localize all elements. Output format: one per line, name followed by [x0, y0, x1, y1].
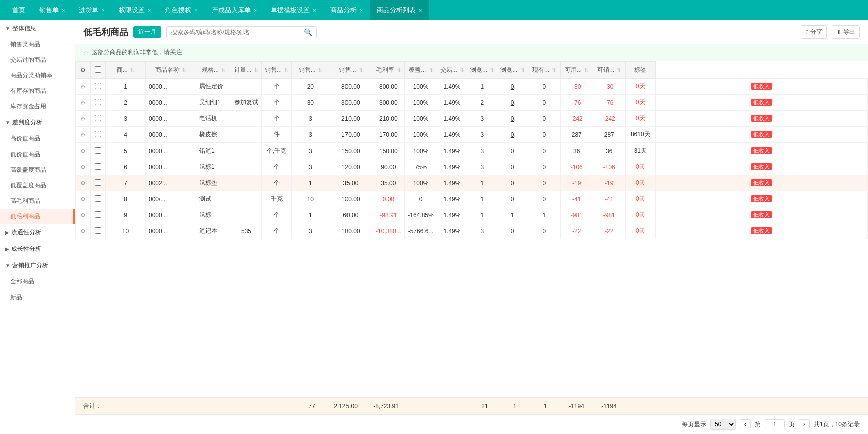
- row-views1[interactable]: 0: [497, 223, 528, 239]
- sidebar-item-traded-goods[interactable]: 交易过的商品: [0, 52, 75, 68]
- row-views1[interactable]: 0: [497, 159, 528, 175]
- filter-button[interactable]: 近一月: [133, 26, 161, 38]
- row-settings-icon[interactable]: ⚙: [80, 196, 86, 203]
- sidebar-item-in-stock[interactable]: 有库存的商品: [0, 83, 75, 99]
- row-settings[interactable]: ⚙: [76, 95, 91, 111]
- row-select-checkbox[interactable]: [95, 115, 101, 121]
- row-settings-icon[interactable]: ⚙: [80, 115, 86, 122]
- row-checkbox[interactable]: [91, 159, 106, 175]
- col-unit[interactable]: 计量... ⇅: [231, 62, 262, 79]
- col-sellable[interactable]: 可销... ⇅: [593, 62, 625, 79]
- sidebar-item-all-goods[interactable]: 全部商品: [0, 274, 75, 290]
- nav-permissions-close[interactable]: ×: [148, 7, 151, 13]
- row-settings[interactable]: ⚙: [76, 191, 91, 207]
- col-sales-qty[interactable]: 销售... ⇅: [262, 62, 292, 79]
- sidebar-item-low-value[interactable]: 低价值商品: [0, 147, 75, 162]
- col-tag[interactable]: 标签: [625, 62, 655, 79]
- row-checkbox[interactable]: [91, 95, 106, 111]
- row-settings[interactable]: ⚙: [76, 111, 91, 127]
- export-button[interactable]: ⬆ 导出: [832, 25, 860, 39]
- nav-roles[interactable]: 角色授权 ×: [158, 0, 204, 20]
- row-settings-icon[interactable]: ⚙: [80, 131, 86, 138]
- row-settings[interactable]: ⚙: [76, 159, 91, 175]
- row-views1[interactable]: 0: [497, 79, 528, 95]
- col-spec[interactable]: 规格... ⇅: [196, 62, 231, 79]
- row-settings-icon[interactable]: ⚙: [80, 212, 86, 219]
- row-select-checkbox[interactable]: [95, 227, 101, 234]
- nav-product-analysis-list[interactable]: 商品分析列表 ×: [370, 0, 429, 20]
- col-gross-margin[interactable]: 毛利率 ⇅: [372, 62, 405, 79]
- col-views1[interactable]: 浏览... ⇅: [467, 62, 497, 79]
- row-views1[interactable]: 0: [497, 175, 528, 191]
- col-sales-amt[interactable]: 销售... ⇅: [292, 62, 329, 79]
- row-settings-icon[interactable]: ⚙: [80, 83, 86, 90]
- search-input[interactable]: [171, 29, 304, 36]
- nav-roles-close[interactable]: ×: [194, 7, 197, 13]
- nav-product-analysis-list-close[interactable]: ×: [419, 7, 422, 13]
- page-input[interactable]: [765, 419, 785, 429]
- search-icon[interactable]: 🔍: [304, 28, 312, 36]
- row-checkbox[interactable]: [91, 223, 106, 239]
- row-settings[interactable]: ⚙: [76, 79, 91, 95]
- page-size-select[interactable]: 50 20 100: [710, 419, 736, 430]
- row-settings-icon[interactable]: ⚙: [80, 164, 86, 171]
- col-name[interactable]: 商品名称 ⇅: [146, 62, 196, 79]
- row-views1[interactable]: 0: [497, 111, 528, 127]
- row-select-checkbox[interactable]: [95, 195, 101, 202]
- nav-sales-close[interactable]: ×: [62, 7, 65, 13]
- row-checkbox[interactable]: [91, 175, 106, 191]
- row-select-checkbox[interactable]: [95, 211, 101, 218]
- sidebar-item-sales-goods[interactable]: 销售类商品: [0, 37, 75, 52]
- col-code[interactable]: 商... ⇅: [106, 62, 146, 79]
- sidebar-group-overall-title[interactable]: ▼ 整体信息: [0, 20, 75, 37]
- nav-template-close[interactable]: ×: [313, 7, 316, 13]
- sidebar-group-differential-title[interactable]: ▼ 差判度分析: [0, 114, 75, 131]
- row-checkbox[interactable]: [91, 79, 106, 95]
- nav-finished-goods[interactable]: 产成品入库单 ×: [205, 0, 264, 20]
- row-select-checkbox[interactable]: [95, 163, 101, 170]
- row-select-checkbox[interactable]: [95, 99, 101, 105]
- nav-purchase-close[interactable]: ×: [101, 7, 104, 13]
- row-select-checkbox[interactable]: [95, 131, 101, 137]
- sidebar-item-high-margin[interactable]: 高毛利商品: [0, 193, 75, 209]
- row-views1[interactable]: 0: [497, 95, 528, 111]
- row-settings-icon[interactable]: ⚙: [80, 148, 86, 155]
- row-settings[interactable]: ⚙: [76, 143, 91, 159]
- row-settings-icon[interactable]: ⚙: [80, 99, 86, 106]
- row-settings[interactable]: ⚙: [76, 175, 91, 191]
- row-checkbox[interactable]: [91, 207, 106, 223]
- sidebar-item-category-sales[interactable]: 商品分类助销率: [0, 68, 75, 83]
- nav-sales[interactable]: 销售单 ×: [32, 0, 72, 20]
- row-checkbox[interactable]: [91, 111, 106, 127]
- nav-product-analysis-close[interactable]: ×: [360, 7, 363, 13]
- row-settings[interactable]: ⚙: [76, 223, 91, 239]
- col-views2[interactable]: 浏览... ⇅: [497, 62, 528, 79]
- sidebar-item-high-value[interactable]: 高价值商品: [0, 131, 75, 147]
- col-sales-profit[interactable]: 销售... ⇅: [329, 62, 372, 79]
- sidebar-item-stock-capital[interactable]: 库存资金占用: [0, 99, 75, 114]
- row-views1[interactable]: 0: [497, 143, 528, 159]
- row-checkbox[interactable]: [91, 127, 106, 143]
- prev-page-button[interactable]: ‹: [740, 419, 751, 429]
- row-select-checkbox[interactable]: [95, 83, 101, 89]
- sidebar-item-high-coverage[interactable]: 高覆盖度商品: [0, 162, 75, 178]
- row-select-checkbox[interactable]: [95, 147, 101, 154]
- nav-finished-goods-close[interactable]: ×: [254, 7, 257, 13]
- nav-home[interactable]: 首页: [5, 0, 32, 20]
- next-page-button[interactable]: ›: [799, 419, 810, 429]
- nav-template-settings[interactable]: 单据模板设置 ×: [264, 0, 323, 20]
- sidebar-group-liquidity-title[interactable]: ▶ 流通性分析: [0, 224, 75, 241]
- nav-permissions[interactable]: 权限设置 ×: [112, 0, 158, 20]
- share-button[interactable]: ⤴ 分享: [801, 25, 827, 39]
- row-settings-icon[interactable]: ⚙: [80, 180, 86, 187]
- row-settings[interactable]: ⚙: [76, 207, 91, 223]
- col-current-stock[interactable]: 现有... ⇅: [528, 62, 560, 79]
- select-all-checkbox[interactable]: [95, 66, 101, 73]
- sidebar-item-new-goods[interactable]: 新品: [0, 290, 75, 305]
- settings-icon[interactable]: ⚙: [80, 67, 86, 74]
- col-coverage[interactable]: 覆盖... ⇅: [405, 62, 437, 79]
- col-available[interactable]: 可用... ⇅: [560, 62, 593, 79]
- sidebar-item-low-margin[interactable]: 低毛利商品: [0, 209, 75, 224]
- row-settings[interactable]: ⚙: [76, 127, 91, 143]
- row-select-checkbox[interactable]: [95, 179, 101, 186]
